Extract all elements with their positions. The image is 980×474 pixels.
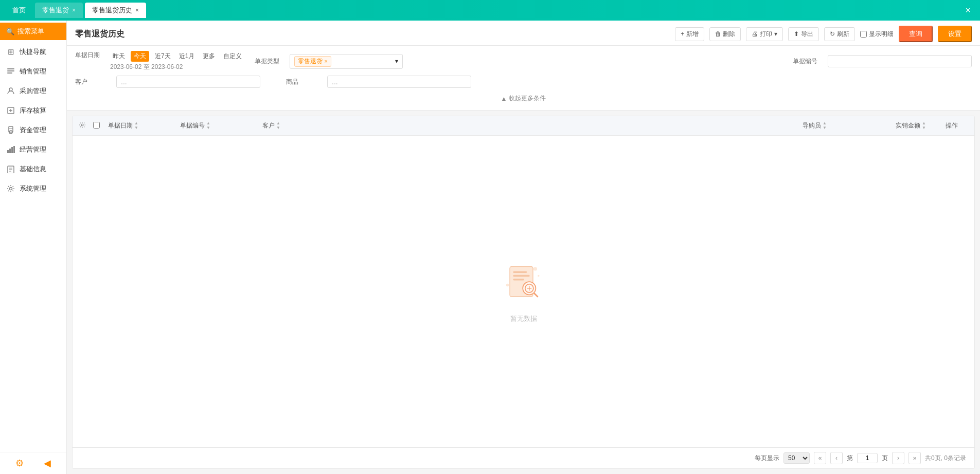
number-filter-input[interactable] [828, 55, 972, 67]
tab-retail-return-history-close[interactable]: × [135, 7, 139, 14]
th-date[interactable]: 单据日期 ▲▼ [103, 117, 175, 134]
base-info-icon [6, 165, 15, 174]
print-button[interactable]: 🖨 打印 ▾ [746, 27, 783, 41]
table-select-all-checkbox[interactable] [90, 118, 103, 134]
svg-rect-9 [11, 147, 13, 153]
sidebar-item-capital-mgmt[interactable]: 资金管理 [0, 120, 66, 140]
th-number[interactable]: 单据编号 ▲▼ [175, 117, 257, 134]
th-guide-label: 导购员 [803, 121, 821, 130]
show-detail-checkbox[interactable] [860, 31, 867, 38]
svg-rect-8 [9, 149, 11, 153]
svg-point-3 [9, 88, 12, 91]
page-label: 第 [847, 454, 853, 463]
table-settings-icon[interactable] [75, 117, 90, 134]
tab-retail-return[interactable]: 零售退货 × [35, 3, 83, 18]
customer-filter-input[interactable]: ... [116, 76, 260, 88]
new-button[interactable]: + 新增 [675, 27, 704, 41]
sys-mgmt-icon [6, 184, 15, 193]
export-button[interactable]: ⬆ 导出 [788, 27, 819, 41]
set-button[interactable]: 设置 [938, 26, 972, 42]
number-filter-label: 单据编号 [793, 57, 824, 66]
date-today[interactable]: 今天 [131, 51, 149, 62]
delete-button[interactable]: 🗑 删除 [709, 27, 741, 41]
th-amount-label: 实销金额 [896, 121, 920, 130]
tab-home-label: 首页 [12, 6, 26, 15]
settings-icon[interactable]: ⚙ [15, 458, 24, 469]
th-date-label: 单据日期 [108, 121, 133, 130]
type-dropdown-icon: ▾ [395, 58, 398, 65]
sidebar-item-purchase-mgmt[interactable]: 采购管理 [0, 81, 66, 101]
date-filter-label: 单据日期 [75, 51, 106, 60]
th-customer-label: 客户 [262, 121, 275, 130]
first-page-button[interactable]: « [814, 452, 826, 464]
sidebar-item-sales-mgmt[interactable]: 销售管理 [0, 62, 66, 81]
svg-rect-10 [13, 146, 15, 153]
print-icon: 🖨 [752, 30, 758, 38]
prev-page-button[interactable]: ‹ [830, 452, 843, 464]
page-unit-label: 页 [882, 454, 888, 463]
th-customer[interactable]: 客户 ▲▼ [257, 117, 797, 134]
sidebar-item-label: 快捷导航 [20, 47, 46, 57]
svg-line-20 [534, 294, 537, 297]
page-size-select[interactable]: 50 10 20 100 [783, 452, 810, 464]
refresh-button[interactable]: ↻ 刷新 [824, 27, 855, 41]
search-icon: 🔍 [6, 28, 14, 35]
sidebar-item-label: 销售管理 [20, 67, 46, 76]
type-filter-tag: 零售退货 × [294, 56, 331, 67]
th-customer-sort: ▲▼ [276, 121, 280, 130]
th-amount[interactable]: 实销金额 ▲▼ [869, 117, 931, 134]
select-all-checkbox[interactable] [93, 122, 100, 129]
print-dropdown-icon: ▾ [774, 30, 777, 38]
tab-home[interactable]: 首页 [5, 3, 33, 18]
page-title: 零售退货历史 [75, 29, 124, 40]
svg-point-25 [533, 267, 537, 270]
collapse-icon: ▲ [501, 95, 507, 102]
date-range-display: 2023-06-02 至 2023-06-02 [110, 63, 244, 71]
sidebar-item-label: 库存核算 [20, 106, 46, 115]
quick-nav-icon: ⊞ [6, 47, 15, 57]
sidebar: 🔍 搜索菜单 ⊞ 快捷导航 销售管理 采购管理 库存核算 [0, 21, 67, 474]
query-button[interactable]: 查询 [899, 26, 933, 42]
page-size-label: 每页显示 [755, 454, 779, 463]
filter-area: 单据日期 昨天 今天 近7天 近1月 更多 自定义 2023-06-02 至 2… [67, 46, 980, 111]
tab-retail-return-history[interactable]: 零售退货历史 × [85, 3, 146, 18]
top-nav: 首页 零售退货 × 零售退货历史 × × [0, 0, 980, 21]
tab-retail-return-close[interactable]: × [72, 7, 76, 14]
sidebar-item-base-info[interactable]: 基础信息 [0, 159, 66, 179]
collapse-bar[interactable]: ▲ 收起更多条件 [75, 92, 972, 105]
print-label: 打印 [760, 30, 772, 39]
sidebar-item-operation-mgmt[interactable]: 经营管理 [0, 140, 66, 159]
date-last7[interactable]: 近7天 [152, 51, 173, 62]
sidebar-item-label: 基础信息 [20, 165, 46, 174]
tab-retail-return-history-label: 零售退货历史 [92, 6, 132, 15]
type-tag-remove[interactable]: × [324, 58, 327, 64]
date-more[interactable]: 更多 [200, 51, 218, 62]
th-guide[interactable]: 导购员 ▲▼ [797, 117, 869, 134]
date-yesterday[interactable]: 昨天 [110, 51, 128, 62]
type-filter-select[interactable]: 零售退货 × ▾ [290, 54, 403, 69]
window-close-button[interactable]: × [961, 5, 975, 16]
customer-filter-label: 客户 [75, 78, 106, 86]
refresh-icon: ↻ [830, 30, 835, 38]
sidebar-item-label: 系统管理 [20, 184, 46, 193]
type-filter-group: 单据类型 零售退货 × ▾ 单据编号 [255, 54, 972, 69]
refresh-label: 刷新 [837, 30, 849, 39]
page-input[interactable] [857, 453, 878, 463]
next-page-button[interactable]: › [892, 452, 904, 464]
sidebar-item-quick-nav[interactable]: ⊞ 快捷导航 [0, 42, 66, 62]
svg-rect-1 [7, 70, 14, 71]
date-custom[interactable]: 自定义 [221, 51, 244, 62]
goods-filter-input[interactable]: ... [327, 76, 471, 88]
main-layout: 🔍 搜索菜单 ⊞ 快捷导航 销售管理 采购管理 库存核算 [0, 21, 980, 474]
collapse-icon[interactable]: ◀ [44, 458, 51, 469]
svg-rect-2 [7, 72, 12, 74]
tab-retail-return-label: 零售退货 [42, 6, 69, 15]
last-page-button[interactable]: » [908, 452, 921, 464]
page-total: 共0页, 0条记录 [925, 454, 966, 463]
date-last1m[interactable]: 近1月 [176, 51, 198, 62]
sidebar-item-inventory[interactable]: 库存核算 [0, 101, 66, 120]
sidebar-item-sys-mgmt[interactable]: 系统管理 [0, 179, 66, 198]
sidebar-item-label: 资金管理 [20, 125, 46, 135]
sidebar-search[interactable]: 🔍 搜索菜单 [0, 23, 66, 40]
date-options-area: 昨天 今天 近7天 近1月 更多 自定义 2023-06-02 至 2023-0… [110, 51, 244, 71]
